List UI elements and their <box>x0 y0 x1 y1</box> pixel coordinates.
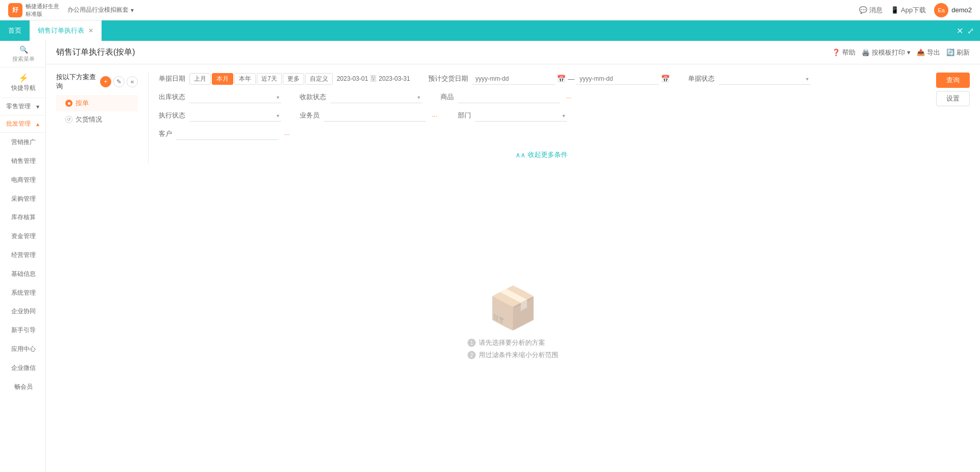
expected-date-to-input[interactable] <box>576 73 659 85</box>
nav-finance[interactable]: 资金管理 <box>0 227 45 246</box>
scheme-item-arrears[interactable]: ↺ 欠货情况 <box>56 111 138 128</box>
nav-newuser[interactable]: 新手引导 <box>0 321 45 340</box>
help-button[interactable]: ❓ 帮助 <box>832 48 855 57</box>
nav-member[interactable]: 畅会员 <box>0 377 45 396</box>
nav-marketing[interactable]: 营销推广 <box>0 133 45 152</box>
nav-system[interactable]: 系统管理 <box>0 284 45 302</box>
date-tag-more[interactable]: 更多 <box>283 73 304 85</box>
outbound-status-select-wrap: ▾ <box>189 91 281 103</box>
empty-hints: 1 请先选择要分析的方案 2 用过滤条件来缩小分析范围 <box>468 338 558 360</box>
message-button[interactable]: 💬 消息 <box>859 6 883 15</box>
hint-num-2: 2 <box>468 351 476 359</box>
query-btn-group: 查询 设置 <box>930 73 970 106</box>
expected-delivery-range: 📅 — 📅 <box>472 73 670 85</box>
receipt-status-select[interactable] <box>330 91 422 103</box>
scheme-dot-press <box>65 100 72 107</box>
calendar-icon-from[interactable]: 📅 <box>557 75 566 83</box>
scheme-edit-button[interactable]: ✎ <box>113 76 125 87</box>
nav-enterprise[interactable]: 企业协同 <box>0 302 45 321</box>
query-button[interactable]: 查询 <box>936 73 970 88</box>
filter-row-exec: 执行状态 ▾ 业务员 ··· <box>159 109 924 122</box>
exec-status-field: 执行状态 ▾ <box>159 109 281 122</box>
scheme-collapse-button[interactable]: « <box>127 76 138 87</box>
user-profile[interactable]: Ea demo2 <box>934 3 972 17</box>
export-icon: 📤 <box>917 49 925 56</box>
goods-ellipsis[interactable]: ··· <box>564 93 574 101</box>
filter-row-date: 单据日期 上月 本月 本年 近7天 更多 自定义 2023-03-01 <box>159 73 924 85</box>
salesperson-input[interactable] <box>324 109 426 122</box>
exec-status-select-wrap: ▾ <box>189 109 281 122</box>
tab-home[interactable]: 首页 <box>0 20 30 41</box>
date-tag-custom[interactable]: 自定义 <box>305 73 333 85</box>
refresh-icon: 🔄 <box>946 49 954 56</box>
nav-purchase[interactable]: 采购管理 <box>0 190 45 208</box>
tab-sales-order[interactable]: 销售订单执行表 ✕ <box>30 20 102 41</box>
nav-quick[interactable]: ⚡ 快捷导航 <box>0 67 45 98</box>
nav-retail-group: 零售管理 ▾ <box>0 98 45 115</box>
expected-delivery-field: 预计交货日期 📅 — 📅 <box>428 73 670 85</box>
exec-status-select[interactable] <box>189 109 281 122</box>
goods-input[interactable] <box>458 91 560 103</box>
nav-wholesale[interactable]: 批发管理 ▴ <box>0 115 45 132</box>
scheme-dot-arrears: ↺ <box>65 116 72 123</box>
salesperson-field: 业务员 ··· <box>300 109 439 122</box>
page-title: 销售订单执行表(按单) <box>56 47 135 58</box>
nav-basic[interactable]: 基础信息 <box>0 265 45 284</box>
refresh-button[interactable]: 🔄 刷新 <box>946 48 970 57</box>
date-tag-7days[interactable]: 近7天 <box>257 73 282 85</box>
filter-panel: 按以下方案查询 + ✎ « 按单 ↺ <box>46 64 980 172</box>
customer-input[interactable] <box>176 128 278 140</box>
nav-search[interactable]: 🔍 搜索菜单 <box>0 41 45 67</box>
filter-row-status: 出库状态 ▾ 收款状态 <box>159 91 924 103</box>
empty-hint-1: 1 请先选择要分析的方案 <box>468 338 558 347</box>
nav-sales[interactable]: 销售管理 <box>0 152 45 171</box>
nav-appstore[interactable]: 应用中心 <box>0 340 45 359</box>
nav-weixin[interactable]: 企业微信 <box>0 359 45 377</box>
nav-operations[interactable]: 经营管理 <box>0 246 45 265</box>
salesperson-ellipsis[interactable]: ··· <box>430 112 439 120</box>
setting-button[interactable]: 设置 <box>936 91 970 106</box>
content-area: 销售订单执行表(按单) ❓ 帮助 🖨️ 按模板打印 ▾ 📤 导出 🔄 刷新 <box>46 41 980 472</box>
top-bar: 好 畅捷通好生意 标准版 办公用品行业模拟账套 ▾ 💬 消息 📱 App下载 E… <box>0 0 980 20</box>
scheme-add-button[interactable]: + <box>100 76 111 87</box>
page-header: 销售订单执行表(按单) ❓ 帮助 🖨️ 按模板打印 ▾ 📤 导出 🔄 刷新 <box>46 41 980 64</box>
empty-hint-2: 2 用过滤条件来缩小分析范围 <box>468 350 558 360</box>
app-download-button[interactable]: 📱 App下载 <box>891 6 926 15</box>
customer-ellipsis[interactable]: ··· <box>282 130 292 138</box>
date-tags: 上月 本月 本年 近7天 更多 自定义 <box>189 73 333 85</box>
print-icon: 🖨️ <box>862 49 870 56</box>
left-nav: 🔍 搜索菜单 ⚡ 快捷导航 零售管理 ▾ 批发管理 ▴ 营销推广 销售管理 电商… <box>0 41 46 472</box>
nav-retail[interactable]: 零售管理 ▾ <box>0 98 45 115</box>
date-tag-last-month[interactable]: 上月 <box>189 73 211 85</box>
date-tag-this-year[interactable]: 本年 <box>234 73 256 85</box>
outbound-status-select[interactable] <box>189 91 281 103</box>
scheme-item-press[interactable]: 按单 <box>56 95 138 111</box>
nav-inventory[interactable]: 库存核算 <box>0 208 45 227</box>
nav-ecommerce[interactable]: 电商管理 <box>0 171 45 190</box>
calendar-icon-to[interactable]: 📅 <box>661 75 670 83</box>
goods-field: 商品 ··· <box>440 91 574 103</box>
date-field: 单据日期 上月 本月 本年 近7天 更多 自定义 2023-03-01 <box>159 73 410 85</box>
expected-date-from-input[interactable] <box>472 73 555 85</box>
company-selector[interactable]: 办公用品行业模拟账套 ▾ <box>63 6 138 14</box>
export-button[interactable]: 📤 导出 <box>917 48 940 57</box>
expand-icon[interactable]: ⤢ <box>967 26 974 36</box>
empty-illustration: 📦 <box>487 284 538 332</box>
print-button[interactable]: 🖨️ 按模板打印 ▾ <box>862 48 911 57</box>
filter-row-customer: 客户 ··· <box>159 128 924 140</box>
close-all-icon[interactable]: ✕ <box>957 26 963 36</box>
logo-icon: 好 <box>8 3 22 17</box>
empty-state: 📦 1 请先选择要分析的方案 2 用过滤条件来缩小分析范围 <box>46 172 980 472</box>
collapse-more-button[interactable]: ∧∧ 收起更多条件 <box>516 150 568 159</box>
collapse-more-section: ∧∧ 收起更多条件 <box>159 146 924 163</box>
vertical-divider <box>148 73 149 163</box>
nav-wholesale-group: 批发管理 ▴ <box>0 115 45 133</box>
outbound-status-field: 出库状态 ▾ <box>159 91 281 103</box>
dept-field: 部门 ▾ <box>458 109 567 122</box>
top-bar-right: 💬 消息 📱 App下载 Ea demo2 <box>859 3 972 17</box>
dept-select[interactable] <box>475 109 567 122</box>
date-range-display: 2023-03-01 至 2023-03-31 <box>337 74 410 83</box>
tab-close-icon[interactable]: ✕ <box>88 27 93 34</box>
order-status-select[interactable] <box>719 73 811 85</box>
date-tag-this-month[interactable]: 本月 <box>212 73 233 85</box>
